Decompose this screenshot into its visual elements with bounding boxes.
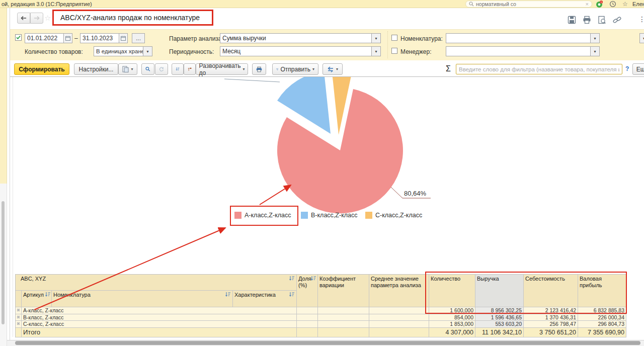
row-b-cost[interactable]: 1 370 436,31 <box>524 314 578 321</box>
row-a-cost[interactable]: 2 123 416,42 <box>524 307 578 314</box>
collapse-groups-button[interactable] <box>172 63 184 75</box>
forward-button[interactable] <box>30 13 43 24</box>
total-coeff[interactable] <box>318 328 369 338</box>
back-button[interactable] <box>17 13 30 24</box>
date-to-calendar-button[interactable] <box>119 33 128 43</box>
manager-field[interactable] <box>446 46 591 56</box>
total-revenue[interactable]: 11 106 342,10 <box>475 328 524 338</box>
row-c-cost[interactable]: 256 798,47 <box>524 321 578 328</box>
favorites-star-icon[interactable]: ☆ <box>622 1 629 8</box>
row-a-name[interactable]: A-класс, Z-класс <box>22 307 297 314</box>
column-header-average[interactable]: Среднее значение параметра анализа <box>369 275 429 307</box>
user-name[interactable]: Елен <box>632 1 644 7</box>
row-b-profit[interactable]: 226 000,34 <box>578 314 626 321</box>
report-variants-button[interactable]: ▾ <box>118 63 137 75</box>
expand-groups-button[interactable] <box>184 63 196 75</box>
total-avg[interactable] <box>369 328 429 338</box>
preview-icon[interactable] <box>598 16 606 24</box>
row-a-profit[interactable]: 6 832 885,83 <box>578 307 626 314</box>
sort-icon[interactable] <box>289 292 295 297</box>
row-a-coeff[interactable] <box>318 307 369 314</box>
total-share[interactable] <box>297 328 318 338</box>
horizontal-scrollbar-thumb[interactable] <box>15 341 640 345</box>
column-header-quantity[interactable]: Количество <box>429 275 475 307</box>
sort-icon[interactable] <box>310 276 316 281</box>
column-header-revenue[interactable]: Выручка <box>475 275 524 307</box>
cancel-search-button[interactable] <box>155 63 168 75</box>
manager-caret[interactable]: ▾ <box>591 46 600 56</box>
history-icon[interactable] <box>609 1 616 8</box>
expand-row-button[interactable] <box>16 314 22 321</box>
analysis-parameter-select[interactable]: Сумма выручки <box>220 33 372 43</box>
column-header-nomenclature[interactable]: Номенклатура <box>52 291 233 307</box>
row-c-profit[interactable]: 296 804,73 <box>578 321 626 328</box>
settings-button[interactable]: Настройки... <box>74 63 118 75</box>
search-input-value[interactable]: нормативный со <box>476 1 586 7</box>
column-header-coefficient[interactable]: Коэффициент вариации <box>318 275 369 307</box>
sort-icon[interactable] <box>45 292 51 297</box>
total-profit[interactable]: 7 355 690,90 <box>578 328 626 338</box>
row-b-coeff[interactable] <box>318 314 369 321</box>
quantity-units-select[interactable]: В единицах хранения <box>94 46 143 56</box>
legend-item-c-class[interactable]: C-класс,Z-класс <box>365 212 422 219</box>
send-button[interactable]: Отправить ▾ <box>272 63 318 75</box>
row-c-coeff[interactable] <box>318 321 369 328</box>
total-cost[interactable]: 3 750 651,20 <box>524 328 578 338</box>
more-button[interactable]: Ещё <box>632 63 644 75</box>
help-link[interactable]: ? <box>625 65 629 72</box>
row-b-revenue[interactable]: 1 596 436,65 <box>475 314 524 321</box>
row-a-revenue[interactable]: 8 956 302,25 <box>475 307 524 314</box>
column-header-characteristic[interactable]: Характеристика <box>233 291 297 307</box>
quick-filter-input[interactable] <box>456 64 622 74</box>
quantity-units-caret[interactable]: ▾ <box>143 46 152 56</box>
sort-icon[interactable] <box>289 276 295 281</box>
more-menu-kebab-icon[interactable]: ⋮ <box>638 15 644 23</box>
column-header-article[interactable]: Артикул <box>22 291 52 307</box>
clear-search-icon[interactable]: × <box>586 1 589 7</box>
row-c-qty[interactable]: 1 853,000 <box>429 321 475 328</box>
periodicity-select[interactable]: Месяц <box>220 46 372 56</box>
analysis-parameter-caret[interactable]: ▾ <box>372 33 381 43</box>
vertical-scrollbar-thumb[interactable] <box>2 201 5 324</box>
total-qty[interactable]: 4 307,000 <box>429 328 475 338</box>
nomenclature-caret[interactable]: ▾ <box>591 33 600 43</box>
edge-cut-caret-button[interactable]: ▾ <box>639 33 644 43</box>
pin-star-icon[interactable]: ☆ <box>44 14 51 23</box>
find-button[interactable] <box>141 63 154 75</box>
row-c-revenue[interactable]: 553 603,20 <box>475 321 524 328</box>
row-a-avg[interactable] <box>369 307 429 314</box>
manager-checkbox[interactable] <box>391 48 397 54</box>
row-b-share[interactable] <box>297 314 318 321</box>
row-b-qty[interactable]: 854,000 <box>429 314 475 321</box>
nomenclature-checkbox[interactable] <box>391 35 397 41</box>
save-icon[interactable] <box>568 16 576 24</box>
row-c-avg[interactable] <box>369 321 429 328</box>
date-from-calendar-button[interactable] <box>64 33 72 43</box>
generate-button[interactable]: Сформировать <box>14 63 69 75</box>
expand-to-button[interactable]: Разворачивать до ▾ <box>196 63 248 75</box>
row-a-qty[interactable]: 1 600,000 <box>429 307 475 314</box>
row-a-share[interactable] <box>297 307 318 314</box>
period-checkbox[interactable] <box>15 34 22 41</box>
total-label[interactable]: Итого <box>22 328 297 338</box>
global-search-box[interactable]: нормативный со × <box>465 1 592 8</box>
nomenclature-field[interactable] <box>446 33 591 43</box>
sort-icon[interactable] <box>225 292 231 297</box>
expand-row-button[interactable] <box>16 321 22 328</box>
column-header-profit[interactable]: Валовая прибыль <box>578 275 626 307</box>
periodicity-caret[interactable]: ▾ <box>372 46 381 56</box>
expand-row-button[interactable] <box>16 307 22 314</box>
exchange-button[interactable]: ▾ <box>323 63 343 75</box>
row-c-name[interactable]: C-класс, Z-класс <box>22 321 297 328</box>
date-to-field[interactable]: 31.10.2023 <box>80 33 119 43</box>
app-notification-icon[interactable]: 1 <box>596 1 603 8</box>
column-header-share[interactable]: Доля (%) <box>297 275 318 307</box>
column-header-abc-xyz[interactable]: ABC, XYZ <box>16 275 297 291</box>
row-b-name[interactable]: B-класс, Z-класс <box>22 314 297 321</box>
column-header-cost[interactable]: Себестоимость <box>524 275 578 307</box>
row-c-share[interactable] <box>297 321 318 328</box>
legend-item-b-class[interactable]: B-класс,Z-класс <box>301 212 357 219</box>
legend-item-a-class[interactable]: A-класс,Z-класс <box>234 212 291 219</box>
date-from-field[interactable]: 01.01.2022 <box>25 33 64 43</box>
link-icon[interactable] <box>613 16 621 24</box>
